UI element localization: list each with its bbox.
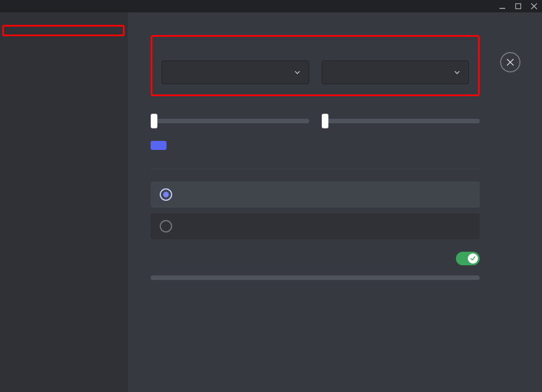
divider [151, 169, 480, 169]
output-device-select[interactable] [322, 61, 470, 84]
settings-sidebar [0, 12, 128, 392]
check-icon [470, 255, 476, 262]
sensitivity-track [151, 275, 480, 280]
svg-rect-1 [516, 4, 521, 9]
radio-icon [160, 220, 172, 232]
close-icon [506, 58, 515, 67]
highlight-active-sidebar [2, 25, 125, 36]
slider-thumb[interactable] [322, 114, 328, 128]
svg-rect-0 [500, 8, 505, 9]
output-volume-slider[interactable] [322, 114, 480, 128]
sidebar-item-voice-video[interactable] [4, 27, 123, 35]
window-maximize-button[interactable] [510, 0, 526, 12]
chevron-down-icon [293, 68, 302, 77]
highlight-voice-settings-panel [151, 35, 480, 96]
titlebar [0, 0, 542, 12]
auto-sensitivity-toggle[interactable] [456, 252, 480, 265]
settings-content [128, 12, 542, 392]
input-volume-slider[interactable] [151, 114, 309, 128]
window-close-button[interactable] [526, 0, 542, 12]
slider-thumb[interactable] [151, 114, 157, 128]
close-settings-button[interactable] [500, 52, 520, 72]
input-device-select[interactable] [161, 61, 309, 84]
toggle-knob [468, 253, 478, 264]
chevron-down-icon [453, 68, 462, 77]
window-minimize-button[interactable] [494, 0, 510, 12]
radio-icon [160, 188, 172, 201]
input-mode-voice-activity[interactable] [151, 182, 480, 208]
input-mode-push-to-talk[interactable] [151, 213, 480, 239]
mic-level-meter [174, 140, 480, 150]
lets-check-button[interactable] [151, 141, 167, 150]
